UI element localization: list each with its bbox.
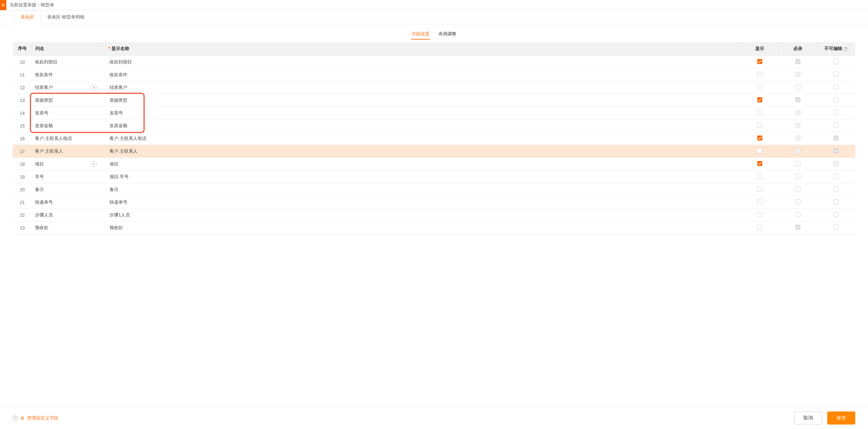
th-show: 显示 (741, 42, 779, 56)
cell-display-name[interactable]: 快递单号 (105, 196, 741, 209)
cell-seq: 10 (13, 56, 32, 68)
cell-show (741, 81, 779, 94)
cancel-button[interactable]: 取消 (794, 411, 822, 425)
cell-display-name[interactable]: 步骤1人员 (105, 209, 741, 222)
checkbox-required[interactable] (796, 161, 801, 166)
cell-col-name: 收款条件 (32, 68, 105, 81)
cell-display-name[interactable]: 结算客户 (105, 81, 741, 94)
cell-required (779, 209, 817, 222)
checkbox-show[interactable] (757, 72, 762, 77)
checkbox-required (796, 123, 801, 128)
table-row: 18项目+项目 (13, 158, 855, 171)
footer: ? ⚙ 管理自定义字段 取消 保存 (0, 407, 868, 429)
cell-col-name: 快递单号 (32, 196, 105, 209)
checkbox-readonly[interactable] (834, 199, 839, 204)
checkbox-readonly (834, 148, 839, 153)
checkbox-required[interactable] (796, 174, 801, 179)
cell-show (741, 56, 779, 68)
add-icon[interactable]: + (91, 85, 97, 90)
cell-show (741, 209, 779, 222)
checkbox-readonly[interactable] (834, 187, 839, 192)
checkbox-show[interactable] (757, 187, 762, 192)
checkbox-required (796, 59, 801, 64)
cell-required (779, 94, 817, 107)
cell-required (779, 107, 817, 119)
required-star-icon: * (108, 46, 110, 51)
primary-tabs: 表头区表体区-销货单明细 (0, 10, 868, 24)
tab-0[interactable]: 表头区 (14, 10, 41, 24)
checkbox-readonly[interactable] (834, 59, 839, 64)
checkbox-show[interactable] (757, 199, 762, 204)
checkbox-show[interactable] (757, 136, 762, 141)
cell-display-name[interactable]: 客户.主联系人电话 (105, 132, 741, 145)
cell-display-name[interactable]: 发票金额 (105, 119, 741, 132)
save-button[interactable]: 保存 (827, 411, 855, 425)
subtab-0[interactable]: 字段设置 (411, 29, 430, 39)
current-doc-label: 当前设置单据：销货单 (6, 2, 54, 8)
checkbox-show[interactable] (757, 212, 762, 217)
checkbox-readonly[interactable] (834, 97, 839, 102)
checkbox-show[interactable] (757, 97, 762, 102)
cell-display-name[interactable]: 项目 (105, 158, 741, 171)
checkbox-required (796, 97, 801, 102)
checkbox-required[interactable] (796, 187, 801, 192)
checkbox-readonly[interactable] (834, 84, 839, 90)
cell-display-name[interactable]: 客户.主联系人 (105, 145, 741, 158)
checkbox-show[interactable] (757, 148, 762, 153)
checkbox-readonly[interactable] (834, 72, 839, 77)
manage-custom-fields-link[interactable]: 管理自定义字段 (27, 415, 58, 421)
cell-seq: 13 (13, 94, 32, 107)
cell-required (779, 196, 817, 209)
cell-readonly (817, 94, 855, 107)
add-icon[interactable]: + (91, 161, 97, 167)
cell-display-name[interactable]: 预收款 (105, 222, 741, 234)
table-row: 15发票金额发票金额 (13, 119, 855, 132)
cell-col-name: 收款到期日 (32, 56, 105, 68)
th-readonly-label: 不可编辑 (825, 46, 842, 51)
th-seq: 序号 (13, 42, 32, 56)
cell-seq: 11 (13, 68, 32, 81)
cell-seq: 21 (13, 196, 32, 209)
cell-col-name: 客户.主联系人 (32, 145, 105, 158)
checkbox-show[interactable] (757, 123, 762, 128)
tab-1[interactable]: 表体区-销货单明细 (41, 10, 91, 24)
cell-required (779, 183, 817, 196)
cell-readonly (817, 107, 855, 119)
cell-display-name[interactable]: 项目.车号 (105, 171, 741, 183)
checkbox-show[interactable] (757, 161, 762, 166)
checkbox-show[interactable] (757, 59, 762, 64)
cell-display-name[interactable]: 收款到期日 (105, 56, 741, 68)
table-row: 12结算客户+结算客户 (13, 81, 855, 94)
cell-readonly (817, 171, 855, 183)
help-icon[interactable]: ? (13, 416, 18, 421)
cell-seq: 15 (13, 119, 32, 132)
cell-display-name[interactable]: 备注 (105, 183, 741, 196)
checkbox-show[interactable] (757, 110, 762, 115)
sub-tabs: 字段设置布局调整 (0, 24, 868, 42)
cell-seq: 22 (13, 209, 32, 222)
checkbox-readonly[interactable] (834, 225, 839, 230)
cell-display-name[interactable]: 票据类型 (105, 94, 741, 107)
checkbox-show[interactable] (757, 225, 762, 230)
cell-display-name[interactable]: 收款条件 (105, 68, 741, 81)
checkbox-readonly[interactable] (834, 212, 839, 217)
subtab-1[interactable]: 布局调整 (438, 29, 457, 39)
checkbox-readonly[interactable] (834, 110, 839, 115)
checkbox-required[interactable] (796, 212, 801, 217)
checkbox-readonly[interactable] (834, 123, 839, 128)
checkbox-readonly[interactable] (834, 174, 839, 179)
checkbox-required[interactable] (796, 199, 801, 204)
cell-show (741, 196, 779, 209)
cell-display-name[interactable]: 发票号 (105, 107, 741, 119)
cell-seq: 12 (13, 81, 32, 94)
checkbox-readonly (834, 136, 839, 141)
table-row: 10收款到期日收款到期日 (13, 56, 855, 68)
checkbox-show[interactable] (757, 174, 762, 179)
cell-required (779, 171, 817, 183)
checkbox-show[interactable] (757, 84, 762, 90)
checkbox-required[interactable] (796, 84, 801, 90)
table-container: 序号 列名 *显示名称 显示 必录 不可编辑? 10收款到期日收款到期日11收款… (0, 42, 868, 407)
help-icon[interactable]: ? (843, 47, 848, 51)
cell-required (779, 158, 817, 171)
collapse-toggle[interactable] (0, 0, 6, 10)
